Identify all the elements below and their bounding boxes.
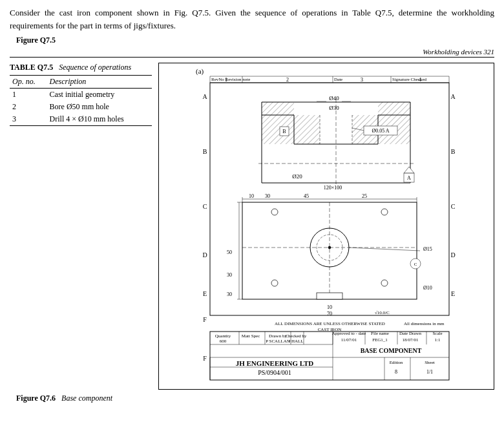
tb-app-label: Approved to - date: [332, 331, 366, 336]
tb-ed-label: Edition: [390, 360, 403, 365]
tb-dd-val: 18/07/01: [403, 337, 419, 343]
dim-10c: 10: [327, 304, 332, 310]
all-dims-note: ALL DIMENSIONS ARE UNLESS OTHERWISE STAT…: [275, 321, 385, 326]
dim-50: 50: [227, 249, 232, 255]
dim-30b: 30: [265, 193, 270, 199]
drawing-area: (a) 1 2 3 4 RevNo Revision note Date Sig…: [159, 63, 494, 389]
table-row: 2Bore Ø50 mm hole: [10, 101, 152, 113]
tb-drawn-label: Drawn by: [269, 333, 287, 339]
dim-40: Ø40: [329, 95, 339, 101]
dim-45: 45: [304, 193, 309, 199]
table-row: 3Drill 4 × Ø10 mm holes: [10, 113, 152, 126]
tb-sc-val: 1:1: [435, 337, 441, 343]
col-description: Description: [47, 76, 152, 89]
col3-label: 3: [361, 77, 363, 83]
page-header: Workholding devices 321: [10, 48, 494, 58]
op-number: 2: [10, 101, 47, 113]
tb-chk-val: J HALL: [288, 339, 303, 344]
hatch-right: [378, 102, 410, 144]
dim-10a: 10: [249, 193, 254, 199]
row-d-right: D: [450, 251, 455, 259]
row-a-left: A: [202, 93, 207, 100]
row-d-left: D: [202, 251, 207, 259]
dim-120x100: 120×100: [324, 185, 342, 191]
tb-fn-val: FEG1_1: [372, 337, 388, 343]
dim-tol: Ø0.05 A: [372, 128, 389, 134]
op-description: Cast initial geometry: [47, 89, 152, 101]
tb-mat-label: Matt Spec: [242, 333, 260, 339]
hatch-boss-left: [294, 115, 320, 144]
tb-drawn-val: P SCALLAN: [266, 339, 290, 344]
tb-chk-label: Checked by: [285, 333, 307, 339]
tb-sc-label: Scale: [432, 331, 442, 336]
op-description: Bore Ø50 mm hole: [47, 101, 152, 113]
dim-30c: 30: [227, 272, 232, 278]
figure-q76-caption: Base component: [61, 394, 112, 403]
table-title-bold: TABLE Q7.5: [10, 63, 53, 72]
tb-app-val: 11/07/01: [341, 337, 357, 343]
table-row: 1Cast initial geometry: [10, 89, 152, 101]
engineering-drawing: (a) 1 2 3 4 RevNo Revision note Date Sig…: [159, 63, 494, 386]
operations-table: Op. no. Description 1Cast initial geomet…: [10, 75, 152, 126]
row-f-label: F: [203, 355, 207, 362]
figure-caption: Figure Q7.6 Base component: [10, 394, 494, 403]
tb-ps-val: PS/0904/001: [258, 369, 291, 376]
figure-q76-label: Figure Q7.6: [16, 394, 56, 403]
datum-b-label: B: [282, 129, 286, 134]
tb-fn-label: File name: [371, 331, 389, 336]
op-number: 3: [10, 113, 47, 126]
col2-label: 2: [286, 77, 289, 83]
table-title: TABLE Q7.5 Sequence of operations: [10, 63, 152, 72]
dim-20: Ø20: [292, 173, 302, 180]
dim-25: 25: [362, 193, 367, 199]
tb-part-name: BASE COMPONENT: [361, 347, 422, 354]
left-panel: TABLE Q7.5 Sequence of operations Op. no…: [10, 63, 152, 390]
intro-text: Consider the cast iron component shown i…: [10, 8, 494, 30]
datum-a-label: A: [407, 175, 411, 181]
sig-checked-label: Signature Checked: [392, 77, 427, 82]
date-label: Date: [334, 77, 342, 82]
all-dims-mm: All dimensions in mm: [404, 321, 445, 326]
main-content: TABLE Q7.5 Sequence of operations Op. no…: [10, 63, 494, 390]
op-description: Drill 4 × Ø10 mm holes: [47, 113, 152, 126]
hatch-left: [262, 102, 294, 144]
col-op-no: Op. no.: [10, 76, 47, 89]
right-panel: (a) 1 2 3 4 RevNo Revision note Date Sig…: [158, 63, 494, 390]
datum-c-label: C: [414, 262, 417, 267]
roughness-symbol: √10.0/C: [375, 310, 390, 315]
row-b-right: B: [451, 148, 456, 155]
dim-70: 70: [327, 311, 332, 317]
datum-a-triangle: [404, 167, 414, 173]
page-header-text: Workholding devices 321: [423, 48, 494, 56]
dim-30: Ø30: [329, 105, 339, 111]
dim-30d: 30: [227, 291, 232, 297]
tb-company: JH ENGINEERING LTD: [236, 359, 314, 367]
revno-label: RevNo Revision note: [211, 77, 250, 82]
dim-10b: Ø10: [423, 285, 432, 291]
row-f-left: F: [203, 316, 207, 323]
figure-q75-label: Figure Q7.5: [16, 36, 494, 45]
row-c-right: C: [451, 203, 456, 210]
row-c-left: C: [203, 203, 207, 210]
tb-ed-val: 8: [395, 369, 397, 375]
dim-15: Ø15: [423, 246, 432, 252]
tb-sheet-val: 1/1: [426, 369, 433, 375]
protrusion-bottom: [317, 293, 342, 299]
table-title-italic: Sequence of operations: [59, 63, 131, 72]
tb-sheet-label: Sheet: [425, 360, 435, 365]
op-number: 1: [10, 89, 47, 101]
tb-qty-val: 600: [220, 339, 227, 344]
row-a-right: A: [450, 93, 456, 100]
row-b-left: B: [203, 148, 207, 155]
tb-dd-label: Date Drawn: [399, 331, 422, 336]
row-e-right: E: [451, 290, 455, 297]
intro-paragraph: Consider the cast iron component shown i…: [10, 6, 494, 32]
drawing-label-a: (a): [196, 67, 204, 76]
tb-qty-label: Quantity: [215, 333, 231, 339]
row-e-left: E: [203, 290, 207, 297]
